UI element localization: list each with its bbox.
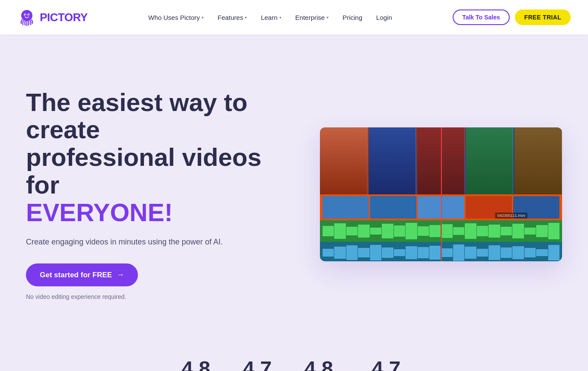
nav-item-login: Login <box>371 11 397 24</box>
cta-label: Get started for FREE <box>40 271 112 279</box>
hero-subtitle: Create engaging videos in minutes using … <box>26 236 288 248</box>
wave-bar <box>512 224 524 238</box>
logo-link[interactable]: PICTORY <box>17 8 88 27</box>
nav-links: Who Uses Pictory ▾ Features ▾ Learn ▾ En… <box>143 11 397 24</box>
rating-score-capterra: 4.7 <box>243 358 272 371</box>
wave-bar <box>536 225 547 237</box>
wave-bar <box>418 226 429 236</box>
nav-item-learn: Learn ▾ <box>256 11 286 24</box>
svg-point-3 <box>25 14 26 15</box>
wave-bar <box>548 245 559 260</box>
wave-bar <box>358 248 369 257</box>
wave-bar <box>394 249 405 256</box>
wave-bar <box>524 248 536 257</box>
wave-bar <box>370 228 381 235</box>
video-thumb-1 <box>320 127 368 197</box>
video-thumb-5 <box>514 127 562 197</box>
nav-item-features: Features ▾ <box>212 11 252 24</box>
wave-bar <box>382 247 393 258</box>
wave-bar <box>465 223 476 239</box>
nav-link-who-uses[interactable]: Who Uses Pictory ▾ <box>143 11 209 24</box>
nav-link-pricing[interactable]: Pricing <box>337 11 368 24</box>
ratings-section: 4.8 ★ ★ ★ ★ ★ G2 4.7 ★ ★ ★ ★ ★ <box>0 346 588 371</box>
wave-bar <box>489 245 500 260</box>
hero-headline-accent: EVERYONE! <box>26 198 173 226</box>
nav-actions: Talk To Sales FREE TRIAL <box>453 10 571 25</box>
talk-to-sales-button[interactable]: Talk To Sales <box>453 10 509 25</box>
wave-bar <box>441 224 452 238</box>
clip-2 <box>370 196 416 219</box>
nav-link-enterprise[interactable]: Enterprise ▾ <box>290 11 334 24</box>
rating-score-g2: 4.8 <box>182 358 211 371</box>
video-file-label: 042300111.mov <box>495 212 527 219</box>
wave-bar <box>346 227 358 235</box>
hero-content: The easiest way to create professional v… <box>26 89 305 301</box>
hero-image: 042300111.mov <box>305 127 562 261</box>
wave-bar <box>346 245 358 260</box>
chevron-down-icon: ▾ <box>279 15 281 20</box>
wave-bar <box>524 228 536 235</box>
wave-bar <box>334 223 345 239</box>
wave-bar <box>334 247 345 259</box>
clip-1 <box>323 196 369 219</box>
video-editor-preview: 042300111.mov <box>320 127 562 261</box>
hero-section: The easiest way to create professional v… <box>0 35 588 346</box>
logo-icon <box>17 8 36 27</box>
chevron-down-icon: ▾ <box>201 15 204 20</box>
nav-link-learn[interactable]: Learn ▾ <box>256 11 286 24</box>
free-trial-button[interactable]: FREE TRIAL <box>515 10 571 25</box>
playhead-indicator <box>441 127 442 261</box>
chevron-down-icon: ▾ <box>326 15 329 20</box>
chevron-down-icon: ▾ <box>245 15 247 20</box>
wave-bar <box>358 225 369 238</box>
hero-headline: The easiest way to create professional v… <box>26 89 288 226</box>
wave-bar <box>477 249 488 257</box>
svg-point-0 <box>21 10 32 21</box>
wave-bar <box>429 225 441 237</box>
rating-capterra: 4.7 ★ ★ ★ ★ ★ Capterra <box>240 358 275 371</box>
wave-bar <box>418 247 429 258</box>
arrow-icon: → <box>116 270 124 279</box>
nav-link-login[interactable]: Login <box>371 11 397 24</box>
wave-bar <box>548 223 559 239</box>
wave-bar <box>536 249 547 256</box>
nav-item-pricing: Pricing <box>337 11 368 24</box>
wave-bar <box>323 249 334 257</box>
nav-item-enterprise: Enterprise ▾ <box>290 11 334 24</box>
hero-disclaimer: No video editing experience required. <box>26 293 288 300</box>
wave-bar <box>370 245 381 260</box>
wave-bar <box>512 246 524 259</box>
wave-bar <box>489 225 500 238</box>
wave-bar <box>394 225 405 237</box>
hero-headline-line2: professional videos for <box>26 143 262 199</box>
navbar: PICTORY Who Uses Pictory ▾ Features ▾ Le… <box>0 0 588 35</box>
wave-bar <box>406 223 417 239</box>
rating-score-software-advice: 4.7 <box>372 358 401 371</box>
wave-bar <box>429 246 441 260</box>
video-thumb-4 <box>466 127 514 197</box>
wave-bar <box>406 246 417 259</box>
wave-bar <box>323 226 334 236</box>
video-thumb-2 <box>369 127 416 197</box>
wave-bar <box>501 227 512 235</box>
logo-text: PICTORY <box>40 11 88 24</box>
wave-bar <box>382 224 393 238</box>
wave-bar <box>453 227 464 235</box>
wave-bar <box>501 247 512 258</box>
rating-feefo: 4.8 ★ ★ ★ ★ ★ feefo co <box>301 358 336 371</box>
get-started-button[interactable]: Get started for FREE → <box>26 263 138 286</box>
wave-bar <box>465 247 476 259</box>
rating-software-advice: 4.7 ★ ★ ★ ★ ★ Software Advice ™ <box>362 358 410 371</box>
nav-item-who-uses: Who Uses Pictory ▾ <box>143 11 209 24</box>
wave-bar <box>453 244 464 261</box>
nav-link-features[interactable]: Features ▾ <box>212 11 252 24</box>
wave-bar <box>477 226 488 236</box>
rating-score-feefo: 4.8 <box>304 358 333 371</box>
wave-bar <box>441 248 452 257</box>
hero-headline-line1: The easiest way to create <box>26 88 248 144</box>
rating-g2: 4.8 ★ ★ ★ ★ ★ G2 <box>178 358 214 371</box>
svg-point-4 <box>28 14 29 15</box>
